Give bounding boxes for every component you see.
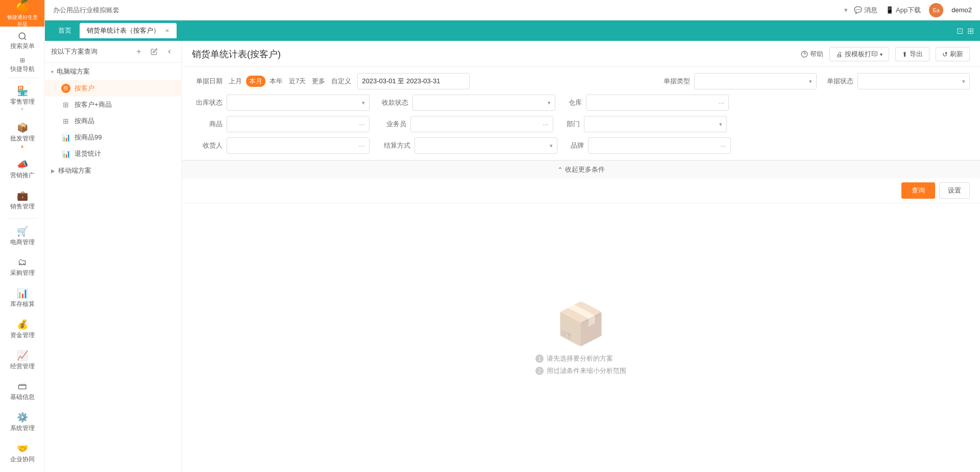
date-tab-this-year[interactable]: 本年	[267, 76, 285, 87]
minimize-icon[interactable]: ⊡	[957, 26, 963, 36]
receipt-status-label: 收款状态	[380, 98, 412, 107]
collapse-panel-btn[interactable]	[164, 46, 175, 57]
date-tabs: 上月 本月 本年 近7天 更多 自定义	[227, 76, 353, 87]
maximize-icon[interactable]: ⊞	[967, 26, 974, 36]
tab-sales-stat[interactable]: 销货单统计表（按客户） ✕	[80, 23, 177, 38]
left-panel-header: 按以下方案查询	[45, 41, 181, 63]
edit-scheme-btn[interactable]	[149, 46, 160, 57]
sidebar-item-finance[interactable]: 💰 资金管理	[0, 314, 45, 345]
search-icon	[18, 32, 27, 41]
scheme-item-by-goods99[interactable]: 📊 按商品99	[45, 129, 181, 146]
sidebar-item-operations[interactable]: 📈 经营管理	[0, 345, 45, 376]
finance-icon: 💰	[17, 319, 28, 330]
collapse-btn[interactable]: ⌃ 收起更多条件	[557, 165, 605, 174]
receiver-input[interactable]	[227, 137, 370, 154]
plus-icon	[135, 48, 142, 55]
pc-group-label: 电脑端方案	[57, 67, 90, 76]
sidebar-item-wholesale[interactable]: 📦 批发管理 ▴	[0, 117, 45, 154]
sidebar-item-newbie[interactable]: 🎯 新手引导	[0, 469, 45, 472]
date-tab-more[interactable]: 更多	[310, 76, 327, 87]
avatar-text: Ea	[933, 7, 940, 13]
warehouse-label: 仓库	[566, 98, 586, 107]
warehouse-input[interactable]	[586, 95, 729, 111]
dept-select[interactable]	[584, 116, 727, 132]
sidebar-item-corp[interactable]: 🤝 企业协同	[0, 438, 45, 469]
scheme-item-by-customer[interactable]: 按 按客户	[45, 80, 181, 97]
inventory-label: 库存核算	[10, 300, 35, 309]
app-download-btn[interactable]: 📱 App下载	[886, 6, 921, 15]
salesperson-label: 业务员	[380, 120, 410, 129]
left-panel-title: 按以下方案查询	[51, 47, 97, 56]
scheme-item-by-goods[interactable]: ⊞ 按商品	[45, 113, 181, 129]
inventory-icon: 📊	[17, 288, 28, 299]
tab-window-btns: ⊡ ⊞	[957, 26, 974, 36]
sidebar-item-system[interactable]: ⚙️ 系统管理	[0, 407, 45, 438]
sidebar-item-marketing[interactable]: 📣 营销推广	[0, 154, 45, 185]
date-tab-this-month[interactable]: 本月	[246, 76, 265, 87]
by-goods99-icon: 📊	[61, 133, 70, 142]
filter-area: 单据日期 上月 本月 本年 近7天 更多 自定义 2023-03-01 至 20…	[182, 67, 980, 160]
sidebar-logo[interactable]: 🍊 畅捷通好生意 标版	[0, 0, 45, 27]
help-label: 帮助	[810, 50, 823, 59]
sidebar-item-sales[interactable]: 💼 销售管理	[0, 185, 45, 216]
user-avatar[interactable]: Ea	[929, 3, 943, 17]
collapse-label: 收起更多条件	[565, 165, 605, 174]
action-row: 查询 设置	[182, 178, 980, 203]
sidebar-item-retail[interactable]: 🏪 零售管理 ▾	[0, 80, 45, 117]
tip-num-2: 2	[535, 367, 544, 375]
sidebar-item-ecommerce[interactable]: 🛒 电商管理	[0, 221, 45, 252]
tab-home[interactable]: 首页	[51, 23, 79, 38]
nav-icon: ⊞	[20, 57, 25, 64]
export-btn[interactable]: ⬆ 导出	[895, 47, 929, 61]
topbar-dropdown-icon[interactable]: ▾	[844, 6, 848, 14]
sidebar-item-inventory[interactable]: 📊 库存核算	[0, 282, 45, 314]
message-label: 消息	[864, 6, 877, 15]
query-button[interactable]: 查询	[901, 182, 935, 199]
out-status-select[interactable]	[227, 95, 370, 111]
right-content: 销货单统计表(按客户) 帮助 🖨 按模板打印 ▾ ⬆ 导出	[182, 41, 980, 472]
add-scheme-btn[interactable]	[133, 46, 144, 57]
svg-point-0	[19, 33, 25, 39]
empty-state: 📦 1 请先选择要分析的方案 2 用过滤条件来缩小分析范围	[182, 203, 980, 472]
by-customer-goods-label: 按客户+商品	[75, 100, 112, 109]
date-tab-last-month[interactable]: 上月	[227, 76, 244, 87]
scheme-item-return-stat[interactable]: 📊 退货统计	[45, 146, 181, 162]
brand-input[interactable]	[588, 137, 731, 154]
salesperson-input[interactable]	[410, 116, 553, 132]
chevron-left-icon	[166, 48, 173, 55]
receipt-status-select[interactable]	[412, 95, 555, 111]
doc-type-select[interactable]	[694, 73, 817, 89]
tab-close-icon[interactable]: ✕	[165, 28, 169, 34]
help-btn[interactable]: 帮助	[801, 50, 823, 59]
user-name[interactable]: demo2	[951, 6, 972, 14]
settings-button[interactable]: 设置	[939, 182, 970, 199]
sidebar-item-purchase[interactable]: 🗂 采购管理	[0, 252, 45, 282]
left-panel: 按以下方案查询 ▾ 电脑端方案	[45, 41, 182, 472]
settle-method-select[interactable]	[414, 137, 557, 154]
pc-scheme-group-header[interactable]: ▾ 电脑端方案	[45, 63, 181, 80]
pc-scheme-group: ▾ 电脑端方案 按 按客户 ⊞ 按客户+商品 ⊞ 按商品 📊 按商品99	[45, 63, 181, 162]
goods-input[interactable]	[227, 116, 370, 132]
scheme-item-by-customer-goods[interactable]: ⊞ 按客户+商品	[45, 97, 181, 113]
date-tab-7days[interactable]: 近7天	[287, 76, 308, 87]
quick-nav-btn[interactable]: ⊞ 快捷导航	[10, 54, 35, 76]
content-area: 按以下方案查询 ▾ 电脑端方案	[45, 41, 980, 472]
refresh-btn[interactable]: ↺ 刷新	[936, 47, 970, 61]
wholesale-icon: 📦	[17, 122, 28, 133]
print-btn[interactable]: 🖨 按模板打印 ▾	[829, 47, 889, 61]
retail-arrow: ▾	[21, 106, 23, 112]
collapse-bar[interactable]: ⌃ 收起更多条件	[182, 160, 980, 178]
operations-label: 经营管理	[10, 362, 35, 371]
mobile-scheme-group-header[interactable]: ▶ 移动端方案	[45, 162, 181, 179]
date-tab-custom[interactable]: 自定义	[329, 76, 353, 87]
sidebar-search-btn[interactable]: 搜索菜单	[10, 27, 35, 54]
doc-status-select[interactable]	[857, 73, 970, 89]
collapse-arrow-icon: ⌃	[557, 166, 563, 174]
wholesale-arrow: ▴	[21, 143, 23, 149]
message-btn[interactable]: 💬 消息	[854, 6, 877, 15]
sidebar-item-basic[interactable]: 🗃 基础信息	[0, 376, 45, 407]
system-label: 系统管理	[10, 424, 35, 433]
date-range-input[interactable]: 2023-03-01 至 2023-03-31	[357, 73, 470, 89]
settle-method-label: 结算方式	[380, 141, 414, 150]
filter-row2: 出库状态 收款状态 仓库	[192, 95, 970, 111]
